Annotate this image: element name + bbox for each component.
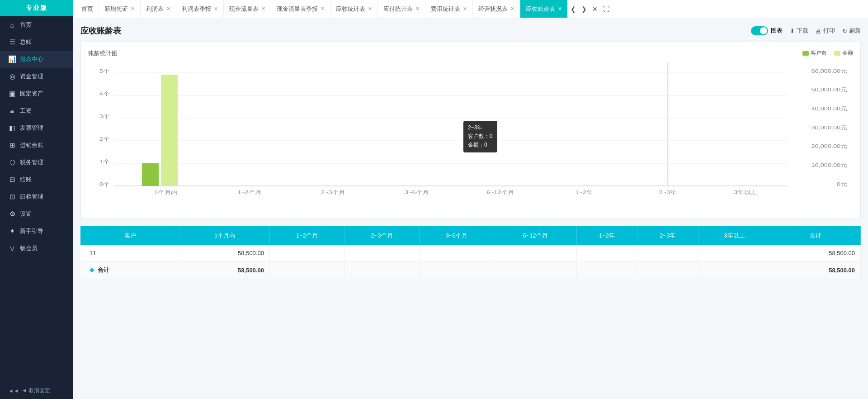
tax-icon: ⬡	[8, 158, 16, 166]
total-1-2m	[269, 261, 344, 279]
refresh-button[interactable]: ↻ 刷新	[842, 27, 861, 35]
settings-icon: ⚙	[8, 210, 16, 218]
tab-nav-left[interactable]: ❮	[568, 4, 579, 14]
tooltip-category: 2~3年	[468, 124, 493, 132]
table-header-row: 客户 1个月内 1~2个月 2~3个月 3~6个月 6~12个月 1~2年 2~…	[80, 226, 861, 245]
total-icon: ◈	[90, 266, 94, 273]
total-label: ◈ 合计	[80, 261, 180, 279]
tab-cashflow-quarter-close[interactable]: ✕	[321, 6, 325, 11]
svg-text:1个: 1个	[99, 159, 110, 165]
sidebar-item-settings[interactable]: ⚙ 设置	[0, 205, 73, 223]
sidebar-item-label: 畅会员	[20, 244, 38, 252]
total-2-3m	[344, 261, 419, 279]
invoice-icon: ◧	[8, 124, 16, 132]
tab-voucher-close[interactable]: ✕	[131, 6, 135, 11]
sidebar-item-label: 结账	[20, 176, 32, 184]
sales-icon: ⊞	[8, 141, 16, 149]
sidebar-item-reports[interactable]: 📊 报表中心	[0, 51, 73, 68]
bar-customers-1m	[142, 163, 159, 186]
tab-ar-aging-close[interactable]: ✕	[558, 6, 562, 11]
tab-ar-aging-label: 应收账龄表	[526, 5, 555, 13]
sidebar-item-member[interactable]: V 畅会员	[0, 240, 73, 257]
tab-profit-quarter[interactable]: 利润表季报 ✕	[176, 0, 224, 18]
tab-profit[interactable]: 利润表 ✕	[141, 0, 176, 18]
sidebar-item-tax[interactable]: ⬡ 税务管理	[0, 154, 73, 171]
toggle-label: 图表	[771, 27, 783, 35]
sidebar-item-payroll[interactable]: ≡ 工资	[0, 102, 73, 119]
tab-profit-quarter-label: 利润表季报	[182, 5, 211, 13]
tab-expense[interactable]: 费用统计表 ✕	[425, 0, 473, 18]
tab-nav-right[interactable]: ❯	[579, 4, 590, 14]
tab-cashflow-close[interactable]: ✕	[261, 6, 265, 11]
legend-amount-label: 金额	[842, 49, 853, 57]
total-total: 58,500.00	[771, 261, 860, 279]
tab-ap-stat-label: 应付统计表	[383, 5, 413, 13]
cell-1-2m	[269, 245, 344, 261]
chart-toggle[interactable]: 图表	[751, 26, 783, 35]
tab-cashflow-quarter[interactable]: 现金流量表季报 ✕	[271, 0, 330, 18]
tab-voucher[interactable]: 新增凭证 ✕	[99, 0, 141, 18]
sidebar-item-label: 设置	[20, 210, 32, 218]
sidebar-item-assets[interactable]: ▣ 固定资产	[0, 85, 73, 102]
cell-2-3m	[344, 245, 419, 261]
tab-ar-stat-close[interactable]: ✕	[368, 6, 372, 11]
sidebar-item-capital[interactable]: ◎ 资金管理	[0, 68, 73, 85]
sidebar-item-guide[interactable]: ✦ 新手引导	[0, 223, 73, 240]
sidebar-item-sales[interactable]: ⊞ 进销台账	[0, 137, 73, 154]
tab-business-close[interactable]: ✕	[510, 6, 514, 11]
sidebar-item-label: 税务管理	[20, 158, 43, 166]
tab-expand[interactable]: ⛶	[600, 4, 612, 14]
tab-profit-close[interactable]: ✕	[166, 6, 170, 11]
tab-home[interactable]: 首页	[76, 0, 99, 18]
sidebar-item-label: 发票管理	[20, 124, 43, 132]
sidebar-item-archive[interactable]: ⊡ 归档管理	[0, 188, 73, 205]
chart-svg-area: 5个 4个 3个 2个 1个 0个 60,000.00元 50,000.00元 …	[88, 62, 853, 211]
chart-tooltip: 2~3年 客户数：0 金额：0	[463, 121, 497, 152]
tab-ap-stat-close[interactable]: ✕	[415, 6, 420, 11]
unpin-label: ◄ 取消固定	[22, 387, 50, 394]
cell-total: 58,500.00	[771, 245, 860, 261]
print-button[interactable]: 🖨 打印	[816, 27, 835, 35]
unpin-sidebar[interactable]: ◄◄ ◄ 取消固定	[0, 382, 73, 399]
capital-icon: ◎	[8, 72, 16, 81]
cell-6-12m	[494, 245, 577, 261]
tab-close-all[interactable]: ✕	[590, 4, 600, 14]
sidebar-item-close[interactable]: ⊟ 结账	[0, 171, 73, 188]
download-label: 下载	[797, 27, 808, 35]
tab-profit-label: 利润表	[146, 5, 164, 13]
tab-cashflow[interactable]: 现金流量表 ✕	[224, 0, 271, 18]
svg-text:2个: 2个	[99, 136, 110, 142]
tab-cashflow-quarter-label: 现金流量表季报	[277, 5, 318, 13]
sidebar-item-invoice[interactable]: ◧ 发票管理	[0, 119, 73, 137]
svg-text:3年以上: 3年以上	[734, 190, 757, 195]
total-1-2y	[576, 261, 637, 279]
download-button[interactable]: ⬇ 下载	[790, 27, 808, 35]
tab-ar-stat[interactable]: 应收统计表 ✕	[330, 0, 378, 18]
col-1m: 1个月内	[180, 226, 269, 245]
svg-text:60,000.00元: 60,000.00元	[811, 68, 847, 74]
sidebar-item-home[interactable]: ⌂ 首页	[0, 16, 73, 33]
sidebar-item-label: 工资	[20, 107, 32, 115]
svg-text:0个: 0个	[99, 181, 110, 187]
col-customer: 客户	[80, 226, 180, 245]
svg-text:40,000.00元: 40,000.00元	[811, 106, 847, 112]
guide-icon: ✦	[8, 227, 16, 235]
table-row: 11 58,500.00 58,500.00	[80, 245, 861, 261]
sidebar-item-ledger[interactable]: ☰ 总账	[0, 33, 73, 51]
sidebar-item-label: 首页	[20, 21, 32, 29]
tab-home-label: 首页	[81, 5, 93, 13]
toggle-track[interactable]	[751, 26, 768, 35]
tab-business[interactable]: 经营状况表 ✕	[473, 0, 520, 18]
refresh-label: 刷新	[849, 27, 861, 35]
tab-profit-quarter-close[interactable]: ✕	[214, 6, 218, 11]
tab-ap-stat[interactable]: 应付统计表 ✕	[378, 0, 425, 18]
svg-text:20,000.00元: 20,000.00元	[811, 143, 847, 149]
tab-expense-close[interactable]: ✕	[463, 6, 467, 11]
refresh-icon: ↻	[842, 28, 847, 34]
main-area: 首页 新增凭证 ✕ 利润表 ✕ 利润表季报 ✕ 现金流量表 ✕ 现金流量表季报 …	[73, 0, 868, 399]
col-1-2m: 1~2个月	[269, 226, 344, 245]
svg-text:30,000.00元: 30,000.00元	[811, 125, 847, 131]
tab-ar-aging[interactable]: 应收账龄表 ✕	[520, 0, 568, 18]
tooltip-customers: 客户数：0	[468, 132, 493, 141]
col-2-3m: 2~3个月	[344, 226, 419, 245]
